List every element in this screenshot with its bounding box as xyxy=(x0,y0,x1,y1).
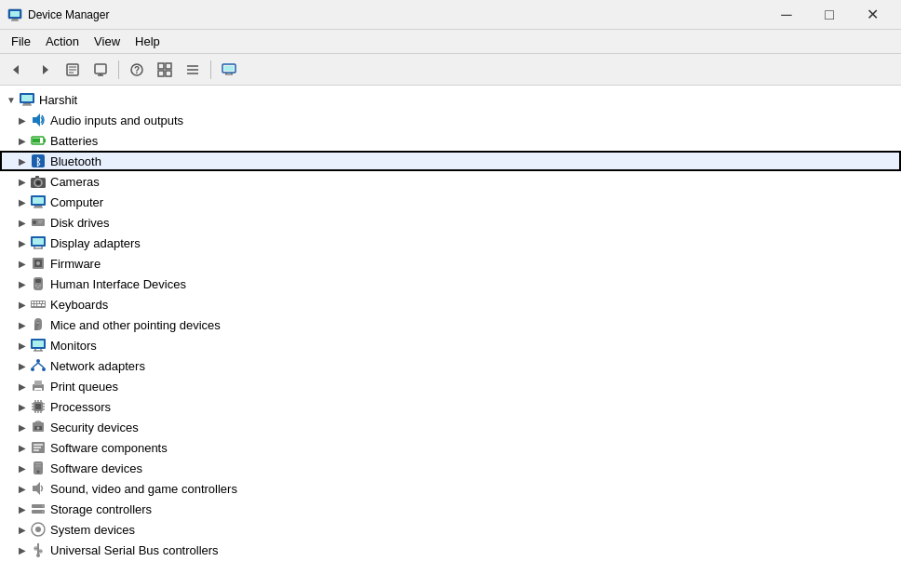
toolbar-properties-button[interactable] xyxy=(60,58,86,82)
tree-item-sound[interactable]: ▶ Sound, video and game controllers xyxy=(0,478,901,499)
svg-rect-50 xyxy=(33,238,44,245)
svg-rect-33 xyxy=(44,139,46,142)
tree-label-systemdev: System devices xyxy=(50,523,135,537)
tree-item-hid[interactable]: ▶ Human Interface Devices xyxy=(0,274,901,294)
tree-item-network[interactable]: ▶ Network adapters xyxy=(0,355,901,376)
display-icon xyxy=(30,234,47,251)
monitor-icon xyxy=(222,62,236,77)
tree-item-firmware[interactable]: ▶ Firmware xyxy=(0,253,901,274)
expand-icon-cameras: ▶ xyxy=(15,174,30,189)
menu-file[interactable]: File xyxy=(4,33,38,50)
tree-label-keyboards: Keyboards xyxy=(50,298,108,312)
svg-rect-30 xyxy=(22,105,32,106)
forward-icon xyxy=(37,62,52,77)
expand-icon-disk: ▶ xyxy=(15,215,30,230)
expand-icon-monitors: ▶ xyxy=(15,338,30,353)
toolbar-update-button[interactable] xyxy=(87,58,114,82)
systemdev-icon xyxy=(30,521,47,538)
svg-point-61 xyxy=(37,287,39,288)
svg-rect-113 xyxy=(35,463,41,464)
svg-point-83 xyxy=(42,368,46,371)
svg-rect-2 xyxy=(12,19,18,20)
toolbar-help-button[interactable]: ? xyxy=(124,58,150,82)
tree-item-usb[interactable]: ▶ Universal Serial Bus controllers xyxy=(0,540,901,560)
tree-item-audio[interactable]: ▶ Audio inputs and outputs xyxy=(0,110,901,130)
minimize-button[interactable]: ─ xyxy=(765,0,808,30)
tree-label-processors: Processors xyxy=(50,400,111,414)
tree-item-print[interactable]: ▶ Print queues xyxy=(0,376,901,396)
tree-item-disk[interactable]: ▶ Disk drives xyxy=(0,212,901,233)
svg-rect-64 xyxy=(34,301,36,303)
maximize-button[interactable]: □ xyxy=(808,0,851,30)
toolbar-sep-1 xyxy=(118,60,119,79)
svg-rect-23 xyxy=(224,66,234,71)
svg-point-126 xyxy=(36,554,40,557)
softcomp-icon xyxy=(30,439,47,456)
svg-point-120 xyxy=(42,511,44,513)
tree-label-hid: Human Interface Devices xyxy=(50,277,186,291)
tree-label-sound: Sound, video and game controllers xyxy=(50,482,237,496)
back-icon xyxy=(9,62,24,77)
tree-label-firmware: Firmware xyxy=(50,257,101,271)
tree-item-monitors[interactable]: ▶ Monitors xyxy=(0,335,901,355)
svg-rect-87 xyxy=(34,381,42,385)
help-icon: ? xyxy=(129,62,144,77)
tree-label-computer: Computer xyxy=(50,195,103,209)
svg-rect-68 xyxy=(32,304,34,306)
toolbar-monitor-button[interactable] xyxy=(216,58,242,82)
tree-label-bluetooth: Bluetooth xyxy=(50,154,101,168)
tree-label-cameras: Cameras xyxy=(50,175,100,189)
view1-icon xyxy=(157,62,172,77)
tree-item-softdev[interactable]: ▶ Software devices xyxy=(0,458,901,478)
svg-rect-71 xyxy=(42,304,45,306)
toolbar-back-button[interactable] xyxy=(4,58,30,82)
tree-item-computer[interactable]: ▶ Computer xyxy=(0,192,901,212)
menu-action[interactable]: Action xyxy=(38,33,87,50)
disk-icon xyxy=(30,214,47,231)
tree-item-display[interactable]: ▶ Display adapters xyxy=(0,233,901,253)
expand-icon-usb: ▶ xyxy=(15,542,30,557)
tree-item-batteries[interactable]: ▶ Batteries xyxy=(0,130,901,151)
properties-icon xyxy=(65,62,80,77)
tree-item-storage[interactable]: ▶ Storage controllers xyxy=(0,499,901,519)
tree-item-root[interactable]: ▼ Harshit xyxy=(0,89,901,110)
svg-point-56 xyxy=(36,261,40,265)
svg-rect-43 xyxy=(34,206,42,207)
svg-rect-63 xyxy=(32,301,34,303)
tree-item-keyboards[interactable]: ▶ Keyboards xyxy=(0,294,901,314)
tree-item-mice[interactable]: ▶ Mice and other pointing devices xyxy=(0,314,901,335)
svg-rect-77 xyxy=(33,341,44,347)
tree-item-security[interactable]: ▶ Security devices xyxy=(0,417,901,437)
menu-view[interactable]: View xyxy=(87,33,128,50)
svg-rect-3 xyxy=(11,20,19,20)
usb-icon xyxy=(30,541,47,558)
processor-icon xyxy=(30,398,47,415)
menu-bar: File Action View Help xyxy=(0,30,901,54)
expand-icon-softcomp: ▶ xyxy=(15,440,30,455)
tree-item-processors[interactable]: ▶ Proces xyxy=(0,396,901,417)
svg-rect-15 xyxy=(158,63,164,69)
battery-icon xyxy=(30,132,47,149)
toolbar-view2-button[interactable] xyxy=(180,58,206,82)
expand-icon-batteries: ▶ xyxy=(15,133,30,148)
expand-icon-security: ▶ xyxy=(15,420,30,434)
svg-rect-17 xyxy=(158,71,164,76)
tree-item-bluetooth[interactable]: ▶ ᛒ Bluetooth xyxy=(0,151,901,171)
toolbar-view1-button[interactable] xyxy=(152,58,178,82)
expand-icon-systemdev: ▶ xyxy=(15,522,30,537)
svg-marker-31 xyxy=(33,114,40,127)
tree-label-usb: Universal Serial Bus controllers xyxy=(50,543,219,557)
svg-point-59 xyxy=(35,285,37,287)
menu-help[interactable]: Help xyxy=(128,33,168,50)
svg-point-107 xyxy=(37,427,40,430)
expand-icon-sound: ▶ xyxy=(15,481,30,496)
title-bar: Device Manager ─ □ ✕ xyxy=(0,0,901,30)
tree-label-monitors: Monitors xyxy=(50,339,97,353)
device-tree: ▼ Harshit ▶ Audio xyxy=(0,89,901,560)
tree-item-cameras[interactable]: ▶ Cameras xyxy=(0,171,901,192)
tree-label-network: Network adapters xyxy=(50,359,145,373)
toolbar-forward-button[interactable] xyxy=(32,58,58,82)
close-button[interactable]: ✕ xyxy=(851,0,894,30)
tree-item-softcomp[interactable]: ▶ Software components xyxy=(0,437,901,458)
tree-item-systemdev[interactable]: ▶ System devices xyxy=(0,519,901,540)
